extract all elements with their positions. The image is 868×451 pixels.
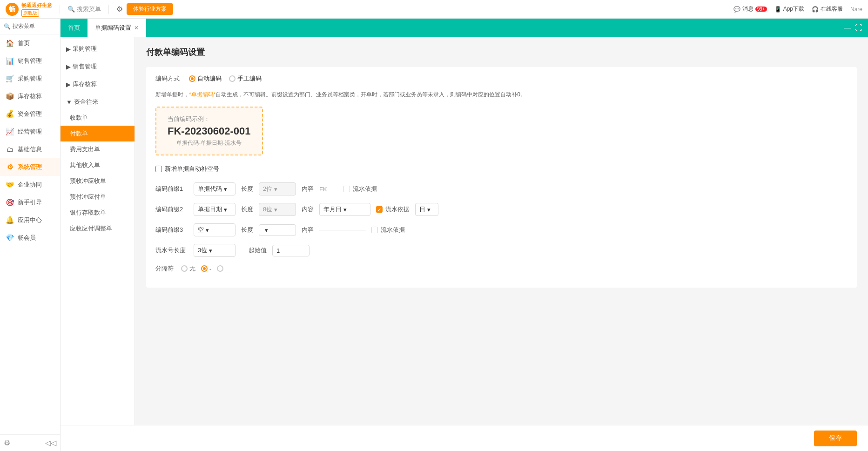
sub-sidebar-item-bank[interactable]: 银行存取款单	[61, 205, 135, 221]
sub-sidebar-title-inventory[interactable]: ▶ 库存核算	[61, 76, 135, 92]
sidebar-item-purchase[interactable]: 🛒 采购管理	[0, 70, 60, 88]
member-icon: 💎	[6, 234, 14, 242]
sub-sidebar-item-prepay-ap[interactable]: 预付冲应付单	[61, 189, 135, 205]
prefix3-chevron-icon: ▾	[206, 227, 209, 234]
sub-sidebar-item-ar-ap-adjust[interactable]: 应收应付调整单	[61, 221, 135, 236]
search-menu-area[interactable]: 🔍 搜索菜单	[67, 5, 101, 13]
auto-encode-radio-circle	[189, 75, 195, 82]
autofill-row: 新增单据自动补空号	[155, 165, 848, 173]
separator-options: 无 - _	[181, 264, 229, 273]
day-chevron-icon: ▾	[427, 206, 431, 213]
sub-sidebar-item-receipt[interactable]: 收款单	[61, 110, 135, 126]
prefix1-row: 编码前缀1 单据代码 ▾ 长度 2位 ▾ 内容 FK	[155, 182, 848, 195]
sidebar-item-basic-info[interactable]: 🗂 基础信息	[0, 141, 60, 158]
start-value-label: 起始值	[249, 246, 267, 255]
tab-close-icon[interactable]: ✕	[134, 25, 139, 31]
message-icon: 💬	[733, 6, 740, 13]
chevron-funds-icon: ▼	[66, 99, 72, 106]
sidebar-item-guide[interactable]: 🎯 新手引导	[0, 194, 60, 211]
prefix2-content-chevron-icon: ▾	[343, 206, 347, 213]
sub-sidebar-item-other-income[interactable]: 其他收入单	[61, 157, 135, 173]
prefix1-length-select[interactable]: 2位 ▾	[259, 182, 296, 195]
sub-sidebar-title-funds[interactable]: ▼ 资金往来	[61, 94, 135, 110]
topbar: 畅 畅通通好生意 旗舰版 🔍 搜索菜单 ⚙ 体验行业方案 💬 消息 99+ 📱 …	[0, 0, 868, 19]
enterprise-icon: 🤝	[6, 181, 14, 189]
prefix2-label: 编码前缀2	[155, 205, 188, 214]
sep-dot-radio[interactable]: -	[201, 265, 211, 272]
prefix1-select[interactable]: 单据代码 ▾	[194, 182, 236, 195]
sidebar-item-enterprise[interactable]: 🤝 企业协同	[0, 176, 60, 194]
prefix2-day-select[interactable]: 日 ▾	[415, 203, 438, 216]
sub-sidebar-item-prepay-ar[interactable]: 预收冲应收单	[61, 173, 135, 189]
topbar-right: 💬 消息 99+ 📱 App下载 🎧 在线客服 Nare	[733, 5, 862, 13]
tab-home[interactable]: 首页	[61, 19, 87, 37]
auto-encode-radio[interactable]: 自动编码	[189, 74, 222, 83]
sidebar-item-inventory[interactable]: 📦 库存核算	[0, 88, 60, 105]
serial-length-select[interactable]: 3位 ▾	[194, 244, 236, 257]
logo-text: 畅通通好生意 旗舰版	[21, 2, 52, 17]
tab-encoding-settings[interactable]: 单据编码设置 ✕	[87, 19, 146, 37]
start-value-input[interactable]	[272, 245, 310, 256]
prefix2-content-select[interactable]: 年月日 ▾	[319, 203, 370, 216]
encoding-method-label: 编码方式	[155, 74, 180, 83]
sep-none-radio[interactable]: 无	[181, 264, 195, 273]
sidebar: 🔍 搜索菜单 🏠 首页 📊 销售管理 🛒 采购管理 📦 库存核算 💰	[0, 19, 61, 451]
collapse-icon[interactable]: ◁◁	[45, 438, 56, 447]
sub-sidebar-item-expense[interactable]: 费用支出单	[61, 141, 135, 157]
prefix2-length-chevron-icon: ▾	[274, 206, 277, 213]
prefix3-select[interactable]: 空 ▾	[194, 223, 236, 236]
purchase-icon: 🛒	[6, 74, 14, 83]
sidebar-item-operation[interactable]: 📈 经营管理	[0, 123, 60, 141]
basic-info-icon: 🗂	[6, 145, 14, 154]
sub-sidebar-title-sales[interactable]: ▶ 销售管理	[61, 59, 135, 74]
message-button[interactable]: 💬 消息 99+	[733, 5, 767, 13]
sidebar-item-app-center[interactable]: 🔔 应用中心	[0, 211, 60, 229]
encoding-section: 编码方式 自动编码 手工编码	[146, 67, 857, 288]
trial-button[interactable]: 体验行业方案	[127, 3, 173, 15]
prefix3-length-label: 长度	[241, 226, 253, 234]
sidebar-item-finance[interactable]: 💰 资金管理	[0, 105, 60, 123]
sub-sidebar-group-inventory: ▶ 库存核算	[61, 76, 135, 92]
page-title: 付款单编码设置	[146, 47, 857, 58]
user-info[interactable]: Nare	[850, 6, 862, 13]
prefix3-length-select[interactable]: ▾	[259, 224, 296, 236]
serial-length-chevron-icon: ▾	[209, 247, 212, 254]
sub-sidebar-item-payment[interactable]: 付款单	[61, 126, 135, 141]
prefix1-content-value: FK	[319, 186, 338, 193]
system-icon: ⚙	[6, 163, 14, 171]
sub-sidebar-title-purchase[interactable]: ▶ 采购管理	[61, 41, 135, 57]
prefix2-chevron-icon: ▾	[224, 206, 227, 213]
finance-icon: 💰	[6, 110, 14, 118]
home-icon: 🏠	[6, 39, 14, 47]
sep-dot2-radio[interactable]: _	[217, 265, 229, 272]
prefix2-length-select[interactable]: 8位 ▾	[259, 203, 296, 216]
prefix3-serial-checkbox[interactable]: 流水依据	[371, 226, 405, 234]
prefix1-serial-checkbox[interactable]: 流水依据	[343, 185, 377, 193]
app-download-button[interactable]: 📱 App下载	[774, 5, 804, 13]
save-button[interactable]: 保存	[814, 431, 857, 446]
prefix3-content-value	[319, 230, 366, 230]
topbar-left: 畅 畅通通好生意 旗舰版 🔍 搜索菜单 ⚙ 体验行业方案	[6, 2, 173, 17]
settings-bottom-icon[interactable]: ⚙	[4, 438, 10, 447]
manual-encode-radio[interactable]: 手工编码	[229, 74, 262, 83]
sidebar-item-system[interactable]: ⚙ 系统管理	[0, 158, 60, 176]
sep-none-circle	[181, 265, 188, 272]
prefix2-select[interactable]: 单据日期 ▾	[194, 203, 236, 216]
sub-sidebar-group-purchase: ▶ 采购管理	[61, 41, 135, 57]
prefix3-row: 编码前缀3 空 ▾ 长度 ▾ 内容	[155, 223, 848, 236]
chevron-sales-icon: ▶	[66, 63, 71, 70]
tabs-minimize-icon[interactable]: —	[844, 24, 851, 32]
sidebar-item-home[interactable]: 🏠 首页	[0, 34, 60, 52]
prefix2-serial-checkbox[interactable]: ✓ 流水依据	[376, 205, 410, 214]
message-badge: 99+	[755, 7, 767, 12]
prefix3-serial-box	[371, 227, 378, 233]
inventory-icon: 📦	[6, 92, 14, 101]
autofill-checkbox[interactable]	[155, 166, 162, 172]
tabs-expand-icon[interactable]: ⛶	[855, 24, 862, 32]
online-service-button[interactable]: 🎧 在线客服	[812, 5, 843, 13]
sidebar-item-member[interactable]: 💎 畅会员	[0, 229, 60, 247]
settings-icon[interactable]: ⚙	[116, 5, 123, 13]
sidebar-item-sales[interactable]: 📊 销售管理	[0, 52, 60, 70]
sidebar-search[interactable]: 🔍 搜索菜单	[0, 19, 60, 34]
bottom-bar: 保存	[61, 425, 868, 451]
